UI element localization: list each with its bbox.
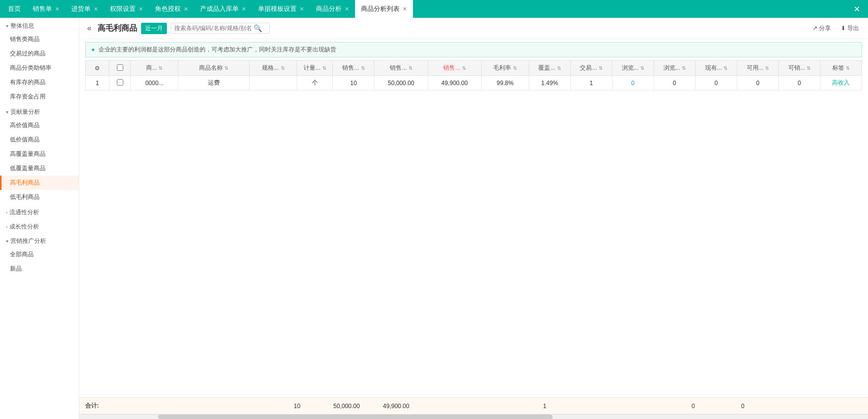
info-text: 企业的主要的利润都是这部分商品创造的，可考虑加大推广，同时关注库存是不要出现缺货 [99, 46, 336, 54]
export-icon: ⬇ [841, 25, 846, 32]
nav-role[interactable]: 角色授权 ✕ [149, 0, 194, 18]
sidebar-item-new-goods[interactable]: 新品 [0, 262, 79, 276]
sidebar-item-stocked-goods[interactable]: 有库存的商品 [0, 75, 79, 90]
arrow-overall: ▾ [6, 23, 8, 29]
sidebar-group-overall[interactable]: ▾ 整体信息 [0, 18, 79, 32]
col-views1[interactable]: 浏览... ⇅ [612, 61, 654, 76]
nav-close-purchase[interactable]: ✕ [94, 6, 98, 12]
nav-sales-order[interactable]: 销售单 ✕ [27, 0, 65, 18]
nav-close-template[interactable]: ✕ [300, 6, 304, 12]
nav-close-permission[interactable]: ✕ [139, 6, 143, 12]
share-button[interactable]: ↗ 分享 [810, 23, 834, 34]
nav-product-stock[interactable]: 产成品入库单 ✕ [194, 0, 252, 18]
search-box: 🔍 [171, 23, 270, 34]
row-name: 运费 [178, 76, 250, 91]
nav-home[interactable]: 首页 [2, 0, 27, 18]
table-row: 1 0000... 运费 个 10 50,000.00 49,900.00 99… [86, 76, 862, 91]
row-sales-profit: 49,900.00 [428, 76, 481, 91]
nav-close-analysis-list[interactable]: ✕ [403, 6, 407, 12]
sidebar-group-liquidity[interactable]: › 流通性分析 [0, 204, 79, 219]
footer-transactions: 1 [525, 403, 564, 410]
nav-close-role[interactable]: ✕ [184, 6, 188, 12]
sidebar-item-stock-capital[interactable]: 库存资金占用 [0, 90, 79, 104]
nav-template[interactable]: 单据模板设置 ✕ [252, 0, 310, 18]
nav-purchase[interactable]: 进货单 ✕ [65, 0, 104, 18]
sidebar-item-category-rate[interactable]: 商品分类助销率 [0, 61, 79, 75]
row-views2: 0 [654, 76, 695, 91]
sidebar-group-growth[interactable]: › 成长性分析 [0, 219, 79, 233]
row-tag: 高收入 [820, 76, 862, 91]
info-icon: ✦ [91, 47, 96, 53]
row-unit: 个 [297, 76, 333, 91]
col-checkbox[interactable] [109, 61, 131, 76]
header-actions: ↗ 分享 ⬇ 导出 [810, 23, 862, 34]
arrow-contribution: ▾ [6, 109, 8, 115]
row-coverage: 1.49% [529, 76, 570, 91]
row-transactions: 1 [570, 76, 612, 91]
nav-close-sales[interactable]: ✕ [55, 6, 59, 12]
footer-stock-avail: 0 [723, 403, 763, 410]
sidebar-group-marketing[interactable]: ▾ 营销推广分析 [0, 233, 79, 247]
row-views1[interactable]: 0 [612, 76, 654, 91]
sidebar-item-high-coverage[interactable]: 高覆盖量商品 [0, 147, 79, 161]
col-stock-sale[interactable]: 可销... ⇅ [778, 61, 820, 76]
period-button[interactable]: 近一月 [141, 23, 167, 34]
table-footer: 合计: 10 50,000.00 49,900.00 1 0 0 [79, 397, 868, 414]
horizontal-scrollbar[interactable] [79, 414, 868, 419]
col-tag[interactable]: 标签 ⇅ [820, 61, 862, 76]
col-stock-avail[interactable]: 可用... ⇅ [737, 61, 778, 76]
sidebar-item-low-margin[interactable]: 低毛利商品 [0, 190, 79, 204]
sidebar-item-all-goods[interactable]: 全部商品 [0, 247, 79, 262]
nav-product-analysis[interactable]: 商品分析 ✕ [310, 0, 355, 18]
col-name[interactable]: 商品名称 ⇅ [178, 61, 250, 76]
col-unit[interactable]: 计量... ⇅ [297, 61, 333, 76]
sidebar: ▾ 整体信息 销售类商品 交易过的商品 商品分类助销率 有库存的商品 库存资金占… [0, 18, 79, 419]
row-stock-avail: 0 [737, 76, 778, 91]
sidebar-collapse-button[interactable]: « [85, 22, 94, 35]
nav-close-product-stock[interactable]: ✕ [242, 6, 246, 12]
sidebar-group-contribution[interactable]: ▾ 贡献量分析 [0, 104, 79, 118]
sidebar-item-traded-goods[interactable]: 交易过的商品 [0, 47, 79, 61]
nav-product-analysis-list[interactable]: 商品分析列表 ✕ [355, 0, 413, 18]
footer-sales-profit: 49,900.00 [376, 403, 416, 410]
arrow-liquidity: › [6, 210, 7, 215]
arrow-growth: › [6, 224, 7, 230]
row-index: 1 [86, 76, 109, 91]
row-stock-now: 0 [695, 76, 737, 91]
select-all-checkbox[interactable] [117, 64, 123, 71]
sidebar-item-high-value[interactable]: 高价值商品 [0, 118, 79, 133]
sidebar-item-high-margin[interactable]: 高毛利商品 [0, 176, 79, 190]
content-header: « 高毛利商品 近一月 🔍 ↗ 分享 ⬇ 导出 [79, 18, 868, 39]
col-sales-profit[interactable]: 销售... ⇅ [428, 61, 481, 76]
col-gross-rate[interactable]: 毛利率 ⇅ [481, 61, 529, 76]
info-bar: ✦ 企业的主要的利润都是这部分商品创造的，可考虑加大推广，同时关注库存是不要出现… [85, 42, 862, 57]
arrow-marketing: ▾ [6, 238, 8, 244]
col-sales-qty[interactable]: 销售... ⇅ [333, 61, 374, 76]
sidebar-item-low-coverage[interactable]: 低覆盖量商品 [0, 161, 79, 176]
export-button[interactable]: ⬇ 导出 [838, 23, 862, 34]
sidebar-item-sales-goods[interactable]: 销售类商品 [0, 32, 79, 47]
nav-permission[interactable]: 权限设置 ✕ [104, 0, 149, 18]
col-settings[interactable]: ⚙ [86, 61, 109, 76]
footer-sales-amt: 50,000.00 [327, 403, 366, 410]
window-close-button[interactable]: ✕ [848, 4, 866, 14]
row-sales-qty: 10 [333, 76, 374, 91]
footer-label: 合计: [85, 402, 99, 410]
row-code: 0000... [131, 76, 178, 91]
sidebar-item-low-value[interactable]: 低价值商品 [0, 133, 79, 147]
data-table: ⚙ 商... ⇅ 商品名称 ⇅ 规格... ⇅ 计量... ⇅ 销售... ⇅ … [85, 60, 862, 91]
col-stock-now[interactable]: 现有... ⇅ [695, 61, 737, 76]
col-code[interactable]: 商... ⇅ [131, 61, 178, 76]
col-coverage[interactable]: 覆盖... ⇅ [529, 61, 570, 76]
page-title: 高毛利商品 [98, 23, 137, 34]
search-input[interactable] [174, 25, 254, 32]
col-sales-amt[interactable]: 销售... ⇅ [374, 61, 428, 76]
row-checkbox[interactable] [109, 76, 131, 91]
col-spec[interactable]: 规格... ⇅ [250, 61, 297, 76]
row-stock-sale: 0 [778, 76, 820, 91]
search-icon[interactable]: 🔍 [254, 24, 262, 32]
col-views2[interactable]: 浏览... ⇅ [654, 61, 695, 76]
col-transactions[interactable]: 交易... ⇅ [570, 61, 612, 76]
nav-close-analysis[interactable]: ✕ [345, 6, 349, 12]
table-container: ⚙ 商... ⇅ 商品名称 ⇅ 规格... ⇅ 计量... ⇅ 销售... ⇅ … [79, 60, 868, 397]
